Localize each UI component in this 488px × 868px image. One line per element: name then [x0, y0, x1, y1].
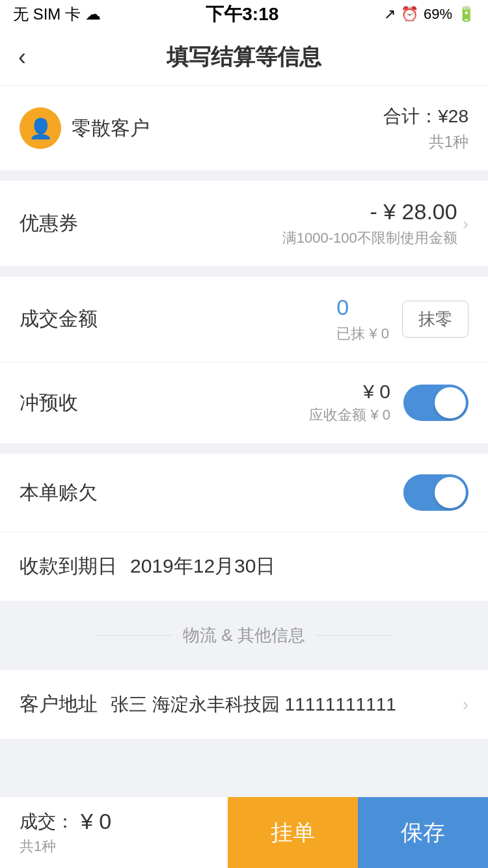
prepay-values: ¥ 0 应收金额 ¥ 0 — [309, 381, 390, 425]
due-date-value: 2019年12月30日 — [130, 553, 275, 580]
amount-value: 0 — [336, 295, 389, 320]
credit-label: 本单赊欠 — [20, 480, 98, 506]
round-button[interactable]: 抹零 — [402, 301, 468, 338]
due-date-row: 收款到期日 2019年12月30日 — [0, 532, 488, 601]
customer-name: 零散客户 — [72, 115, 150, 142]
status-left: 无 SIM 卡 ☁ — [13, 4, 101, 25]
location-icon: ↗ — [384, 6, 396, 23]
amount-section: 成交金额 0 已抹 ¥ 0 抹零 冲预收 ¥ 0 应收金额 ¥ 0 — [0, 277, 488, 443]
prepay-label: 冲预收 — [20, 390, 78, 416]
status-bar: 无 SIM 卡 ☁ 下午3:18 ↗ ⏰ 69% 🔋 — [0, 0, 488, 29]
credit-toggle-knob — [435, 477, 466, 508]
coupon-discount: - ¥ 28.00 — [282, 199, 457, 224]
amount-right: 0 已抹 ¥ 0 抹零 — [336, 295, 468, 344]
bottom-bar: 成交： ¥ 0 共1种 挂单 保存 — [0, 796, 488, 868]
credit-toggle[interactable] — [403, 474, 468, 511]
prepay-sub: 应收金额 ¥ 0 — [309, 405, 390, 425]
amount-row: 成交金额 0 已抹 ¥ 0 抹零 — [0, 277, 488, 362]
customer-total-info: 合计：¥28 共1种 — [383, 104, 468, 152]
credit-row: 本单赊欠 — [0, 454, 488, 532]
pending-button[interactable]: 挂单 — [228, 797, 358, 868]
amount-sub: 已抹 ¥ 0 — [336, 324, 389, 344]
toggle-knob — [435, 387, 466, 418]
avatar-icon: 👤 — [29, 117, 53, 140]
bottom-info: 成交： ¥ 0 共1种 — [0, 797, 228, 868]
battery-icon: 🔋 — [457, 6, 475, 23]
address-value: 张三 海淀永丰科技园 11111111111 — [111, 692, 463, 717]
coupon-description: 满1000-100不限制使用金额 — [282, 228, 457, 248]
coupon-arrow-icon: › — [463, 213, 468, 234]
deal-label: 成交： — [20, 809, 74, 834]
coupon-section[interactable]: 优惠券 - ¥ 28.00 满1000-100不限制使用金额 › — [0, 181, 488, 266]
due-date-label: 收款到期日 — [20, 553, 117, 580]
page-title: 填写结算等信息 — [167, 42, 321, 72]
address-label: 客户地址 — [20, 691, 98, 718]
status-right: ↗ ⏰ 69% 🔋 — [384, 6, 475, 23]
logistics-section: 物流 & 其他信息 — [0, 611, 488, 660]
customer-avatar: 👤 — [20, 107, 61, 149]
sim-status: 无 SIM 卡 ☁ — [13, 4, 101, 25]
credit-section: 本单赊欠 收款到期日 2019年12月30日 — [0, 454, 488, 601]
amount-label: 成交金额 — [20, 306, 98, 332]
customer-section: 👤 零散客户 合计：¥28 共1种 — [0, 86, 488, 170]
prepay-row: 冲预收 ¥ 0 应收金额 ¥ 0 — [0, 362, 488, 443]
nav-bar: ‹ 填写结算等信息 — [0, 29, 488, 86]
prepay-amount: ¥ 0 — [309, 381, 390, 403]
coupon-label: 优惠券 — [20, 210, 78, 237]
status-time: 下午3:18 — [206, 2, 278, 27]
bottom-deal: 成交： ¥ 0 — [20, 809, 208, 834]
back-button[interactable]: ‹ — [18, 44, 26, 71]
deal-amount: ¥ 0 — [81, 809, 111, 834]
address-row: 客户地址 张三 海淀永丰科技园 11111111111 › — [0, 670, 488, 739]
address-arrow-icon: › — [463, 694, 468, 715]
customer-total: 合计：¥28 — [383, 104, 468, 129]
address-section[interactable]: 客户地址 张三 海淀永丰科技园 11111111111 › — [0, 670, 488, 739]
battery-level: 69% — [424, 6, 452, 23]
save-button[interactable]: 保存 — [358, 797, 488, 868]
customer-info: 👤 零散客户 — [20, 107, 150, 149]
customer-count: 共1种 — [383, 131, 468, 152]
logistics-header: 物流 & 其他信息 — [0, 611, 488, 660]
bottom-count: 共1种 — [20, 837, 208, 856]
coupon-info: - ¥ 28.00 满1000-100不限制使用金额 — [282, 199, 457, 248]
alarm-icon: ⏰ — [401, 6, 418, 23]
prepay-right: ¥ 0 应收金额 ¥ 0 — [309, 381, 468, 425]
prepay-toggle[interactable] — [403, 385, 468, 421]
